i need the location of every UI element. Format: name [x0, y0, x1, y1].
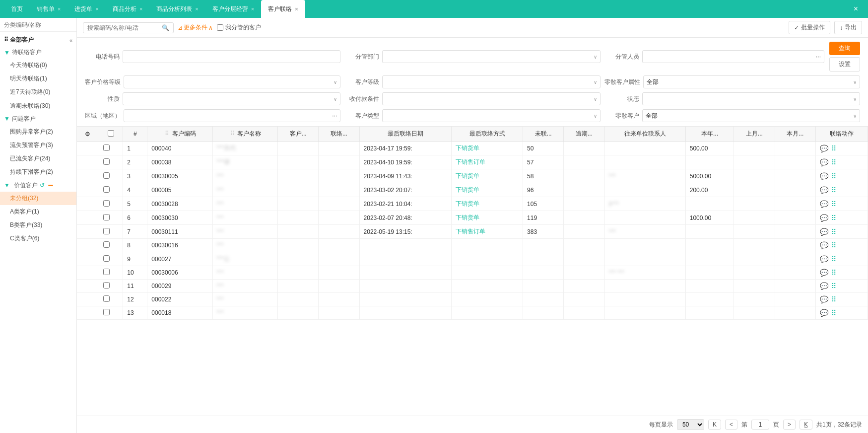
chat-icon[interactable]: 💬: [820, 269, 828, 277]
nav-home[interactable]: 首页: [4, 0, 30, 18]
grid-icon[interactable]: ⠿: [831, 186, 836, 194]
row-checkbox[interactable]: [103, 241, 110, 248]
grid-icon[interactable]: ⠿: [831, 214, 836, 222]
grid-icon[interactable]: ⠿: [831, 282, 836, 290]
col-code[interactable]: ⠿ 客户编码: [147, 127, 212, 142]
last-way-link[interactable]: 下销货单: [456, 172, 479, 179]
grid-icon[interactable]: ⠿: [831, 228, 836, 236]
sidebar-collapse-icon[interactable]: «: [69, 37, 72, 43]
reset-btn[interactable]: 设置: [829, 57, 860, 72]
grid-icon[interactable]: ⠿: [831, 255, 836, 263]
filter-price-select[interactable]: ∨: [124, 75, 340, 88]
filter-payment-select[interactable]: ∨: [382, 92, 600, 105]
row-checkbox[interactable]: [103, 172, 110, 179]
chat-icon[interactable]: 💬: [820, 295, 828, 303]
sidebar-item-7days[interactable]: 近7天待联络(0): [0, 85, 76, 99]
sidebar-item-tomorrow[interactable]: 明天待联络(1): [0, 72, 76, 85]
nav-customer-contact[interactable]: 客户联络 ×: [261, 0, 305, 18]
grid-icon[interactable]: ⠿: [831, 241, 836, 249]
refresh-icon[interactable]: ↺: [40, 182, 45, 189]
filter-dept-select[interactable]: ∨: [382, 50, 600, 63]
sidebar-item-classC[interactable]: C类客户(6): [0, 232, 76, 245]
my-customers-checkbox[interactable]: [217, 24, 223, 31]
filter-nature-select[interactable]: ∨: [123, 92, 340, 105]
filter-manager-input[interactable]: ···: [642, 50, 824, 63]
row-checkbox[interactable]: [103, 228, 110, 234]
col-contact[interactable]: 联络...: [319, 127, 359, 142]
chat-icon[interactable]: 💬: [820, 158, 828, 166]
next-page-btn[interactable]: >: [783, 420, 796, 430]
sidebar-group-problem[interactable]: ▼ 问题客户: [0, 113, 76, 125]
sidebar-item-abnormal[interactable]: 囤购异常客户(2): [0, 125, 76, 139]
filter-cust-type-select[interactable]: ∨: [382, 109, 600, 122]
sidebar-all-customers[interactable]: ⠿ 全部客户 «: [0, 32, 76, 46]
sidebar-item-classA[interactable]: A类客户(1): [0, 205, 76, 218]
current-page-input[interactable]: [751, 420, 769, 430]
sidebar-item-overdue[interactable]: 逾期未联络(30): [0, 99, 76, 113]
nav-analysis-list-close[interactable]: ×: [195, 6, 198, 12]
chat-icon[interactable]: 💬: [820, 241, 828, 249]
col-settings[interactable]: ⚙: [77, 127, 99, 142]
chat-icon[interactable]: 💬: [820, 282, 828, 290]
search-submit-icon[interactable]: 🔍: [162, 24, 169, 31]
row-checkbox[interactable]: [103, 269, 110, 275]
row-checkbox[interactable]: [103, 295, 110, 302]
search-input[interactable]: [87, 24, 162, 31]
last-way-link[interactable]: 下销货单: [456, 214, 479, 221]
col-this-year[interactable]: 本年...: [685, 127, 734, 142]
query-btn[interactable]: 查询: [829, 42, 860, 55]
chat-icon[interactable]: 💬: [820, 144, 828, 152]
sidebar-item-today[interactable]: 今天待联络(0): [0, 59, 76, 72]
chat-icon[interactable]: 💬: [820, 214, 828, 222]
chat-icon[interactable]: 💬: [820, 200, 828, 208]
batch-op-btn[interactable]: ✓ 批量操作: [789, 21, 830, 34]
grid-icon[interactable]: ⠿: [831, 200, 836, 208]
col-overdue[interactable]: 逾期...: [564, 127, 604, 142]
select-all-checkbox[interactable]: [108, 130, 114, 137]
filter-scatter-attr-select[interactable]: 全部∨: [643, 75, 860, 88]
global-close-btn[interactable]: ×: [848, 4, 864, 13]
sidebar-item-churn-warning[interactable]: 流失预警客户(3): [0, 139, 76, 152]
page-size-select[interactable]: 50 100 200: [677, 419, 704, 430]
sidebar-group-pending[interactable]: ▼ 待联络客户: [0, 46, 76, 59]
sidebar-item-classB[interactable]: B类客户(33): [0, 218, 76, 232]
filter-region-input[interactable]: ···: [124, 109, 340, 122]
filter-scatter-select[interactable]: 全部∨: [642, 109, 860, 122]
nav-analysis[interactable]: 商品分析 ×: [106, 0, 149, 18]
grid-icon[interactable]: ⠿: [831, 144, 836, 152]
col-name[interactable]: ⠿ 客户名称: [212, 127, 277, 142]
grid-icon[interactable]: ⠿: [831, 269, 836, 277]
row-checkbox[interactable]: [103, 282, 110, 289]
chat-icon[interactable]: 💬: [820, 255, 828, 263]
nav-analysis-list[interactable]: 商品分析列表 ×: [149, 0, 205, 18]
first-page-btn[interactable]: K: [708, 420, 721, 430]
nav-sales[interactable]: 销售单 ×: [30, 0, 67, 18]
last-way-link[interactable]: 下销售订单: [456, 158, 485, 165]
nav-sales-close[interactable]: ×: [58, 6, 61, 12]
last-page-btn[interactable]: K̲: [800, 420, 812, 430]
col-uncontacted[interactable]: 未联...: [523, 127, 564, 142]
row-checkbox[interactable]: [103, 255, 110, 262]
export-btn[interactable]: ↓ 导出: [834, 21, 862, 34]
row-checkbox[interactable]: [103, 186, 110, 193]
grid-icon[interactable]: ⠿: [831, 158, 836, 166]
col-this-month[interactable]: 本月...: [775, 127, 815, 142]
chat-icon[interactable]: 💬: [820, 309, 828, 317]
prev-page-btn[interactable]: <: [725, 420, 737, 430]
sidebar-item-churned[interactable]: 已流失客户(24): [0, 152, 76, 165]
chat-icon[interactable]: 💬: [820, 172, 828, 180]
col-company-contact[interactable]: 往来单位联系人: [604, 127, 685, 142]
sidebar-search-input[interactable]: [4, 21, 77, 28]
nav-customer-layer[interactable]: 客户分层经营 ×: [205, 0, 261, 18]
col-last-way[interactable]: 最后联络方式: [452, 127, 523, 142]
row-checkbox[interactable]: [103, 200, 110, 207]
row-checkbox[interactable]: [103, 309, 110, 315]
col-type[interactable]: 客户...: [277, 127, 318, 142]
grid-icon[interactable]: ⠿: [831, 295, 836, 303]
row-checkbox[interactable]: [103, 158, 110, 165]
last-way-link[interactable]: 下销货单: [456, 186, 479, 193]
col-last-date[interactable]: 最后联络日期: [359, 127, 452, 142]
more-conditions-btn[interactable]: ⊿ 更多条件 ∧: [178, 23, 213, 32]
last-way-link[interactable]: 下销售订单: [456, 228, 485, 235]
sidebar-item-declining[interactable]: 持续下滑客户(2): [0, 165, 76, 179]
